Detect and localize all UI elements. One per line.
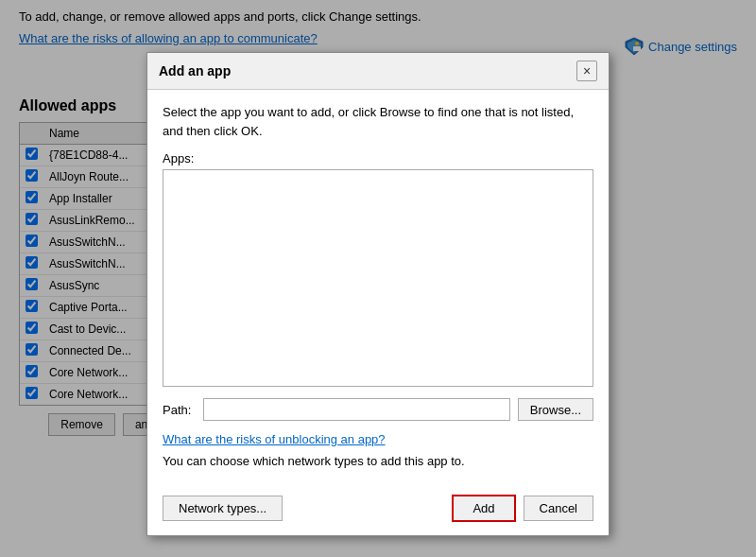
- footer-left: Network types...: [163, 496, 283, 521]
- risks-link[interactable]: What are the risks of unblocking an app?: [163, 432, 593, 446]
- apps-listbox[interactable]: [163, 169, 593, 387]
- path-label: Path:: [163, 403, 196, 417]
- add-button[interactable]: Add: [452, 495, 515, 522]
- network-description: You can choose which network types to ad…: [163, 454, 593, 468]
- path-input[interactable]: [203, 398, 510, 421]
- footer-right: Add Cancel: [452, 495, 593, 522]
- network-types-button[interactable]: Network types...: [163, 496, 283, 521]
- cancel-button[interactable]: Cancel: [524, 496, 593, 521]
- modal-title: Add an app: [159, 63, 231, 78]
- modal-description: Select the app you want to add, or click…: [163, 103, 593, 140]
- path-row: Path: Browse...: [163, 398, 593, 421]
- modal-titlebar: Add an app ×: [147, 53, 609, 90]
- modal-footer: Network types... Add Cancel: [147, 495, 609, 535]
- modal-body: Select the app you want to add, or click…: [147, 90, 609, 495]
- modal-close-button[interactable]: ×: [576, 61, 597, 81]
- modal-overlay: Add an app × Select the app you want to …: [0, 0, 756, 557]
- browse-button[interactable]: Browse...: [518, 398, 593, 421]
- apps-label: Apps:: [163, 151, 593, 165]
- add-app-dialog: Add an app × Select the app you want to …: [146, 52, 610, 536]
